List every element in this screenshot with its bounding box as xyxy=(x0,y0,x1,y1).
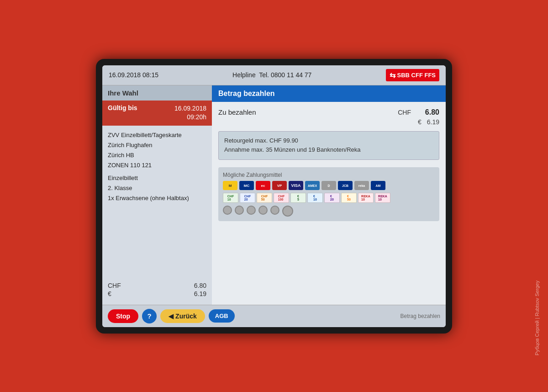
screen-outer: 16.09.2018 08:15 Helpline Tel. 0800 11 4… xyxy=(96,59,452,334)
note-chf50[interactable]: CHF50 xyxy=(257,193,272,203)
info-line2: Annahme max. 35 Münzen und 19 Banknoten/… xyxy=(224,145,433,155)
payment-eur-row: € 6.19 xyxy=(218,118,439,126)
payment-section: Zu bezahlen CHF 6.80 € 6.19 Retourgeld m… xyxy=(212,102,446,305)
note-reka20[interactable]: REKA10 xyxy=(375,193,390,203)
ec-icon: ec xyxy=(256,181,270,190)
card-icons-row: M MC ec VP VISA AMEX D JCB reka AM xyxy=(223,181,435,190)
payment-methods-label: Mögliche Zahlungsmittel xyxy=(223,172,435,178)
zones: ZONEN 110 121 xyxy=(108,160,206,170)
screen: 16.09.2018 08:15 Helpline Tel. 0800 11 4… xyxy=(102,65,446,327)
ticket-class: 2. Klasse xyxy=(108,183,206,193)
left-panel-bottom: CHF 6.80 € 6.19 xyxy=(102,277,212,305)
payment-chf-currency: CHF xyxy=(398,109,411,116)
extra-card-icon: AM xyxy=(371,181,385,190)
ticket-details: ZVV Einzelbillett/Tageskarte Zürich Flug… xyxy=(102,126,212,208)
back-button[interactable]: ◀ Zurück xyxy=(160,309,205,323)
amount-chf-value: 6.80 xyxy=(194,282,206,289)
amount-eur-value: 6.19 xyxy=(194,290,206,297)
amount-eur-label: € xyxy=(108,290,111,297)
maestro-icon: M xyxy=(223,181,237,190)
sbb-logo-area: ⇆ SBB CFF FFS xyxy=(386,69,440,81)
coin-6 xyxy=(282,206,293,217)
coin-5 xyxy=(270,206,279,215)
validity-label: Gültig bis xyxy=(108,104,137,111)
sbb-arrow-icon: ⇆ xyxy=(390,71,395,79)
note-eur20[interactable]: €20 xyxy=(324,193,340,203)
amex-icon: AMEX xyxy=(305,181,320,190)
to-station: Zürich HB xyxy=(108,150,206,160)
note-eur50[interactable]: €50 xyxy=(341,193,357,203)
right-panel: Betrag bezahlen Zu bezahlen CHF 6.80 € 6… xyxy=(212,85,446,305)
payment-main-row: Zu bezahlen CHF 6.80 xyxy=(218,108,439,117)
coin-3 xyxy=(247,206,256,215)
payment-chf-amount: 6.80 xyxy=(416,108,439,117)
amount-chf-label: CHF xyxy=(108,282,121,289)
coin-4 xyxy=(258,206,268,215)
mastercard-icon: MC xyxy=(239,181,254,190)
left-panel-header: Ihre Wahl xyxy=(102,85,212,101)
note-chf20[interactable]: CHF20 xyxy=(240,193,255,203)
machine-frame: 16.09.2018 08:15 Helpline Tel. 0800 11 4… xyxy=(0,0,548,392)
right-panel-header: Betrag bezahlen xyxy=(212,85,446,102)
payment-info-box: Retourgeld max. CHF 99.90 Annahme max. 3… xyxy=(218,131,439,160)
sbb-logo: ⇆ SBB CFF FFS xyxy=(386,69,440,81)
screen-footer: Stop ? ◀ Zurück AGB Betrag bezahlen xyxy=(102,305,446,327)
amount-eur-row: € 6.19 xyxy=(108,290,206,297)
note-eur5[interactable]: €5 xyxy=(290,193,306,203)
zu-bezahlen-label: Zu bezahlen xyxy=(218,108,256,116)
note-reka10[interactable]: REKA10 xyxy=(358,193,374,203)
vpay-icon: VP xyxy=(272,181,287,190)
visa-icon: VISA xyxy=(289,181,303,190)
help-button[interactable]: ? xyxy=(142,309,157,323)
ticket-type: ZVV Einzelbillett/Tageskarte xyxy=(108,130,206,140)
jcb-icon: JCB xyxy=(338,181,353,190)
from-station: Zürich Flughafen xyxy=(108,140,206,150)
note-eur10[interactable]: €10 xyxy=(307,193,323,203)
diners-icon: D xyxy=(321,181,336,190)
header-datetime: 16.09.2018 08:15 xyxy=(109,71,158,79)
validity-date: 16.09.2018 09:20h xyxy=(174,104,206,122)
left-panel: Ihre Wahl Gültig bis 16.09.2018 09:20h Z… xyxy=(102,85,212,305)
payment-eur-amount: 6.19 xyxy=(427,118,439,126)
reka-icon: reka xyxy=(354,181,369,190)
watermark: Рубцов Сергей | Rubtsov Sergey xyxy=(534,281,540,355)
amount-chf-row: CHF 6.80 xyxy=(108,282,206,289)
back-arrow-icon: ◀ xyxy=(169,313,174,320)
coin-2 xyxy=(235,206,244,215)
note-chf100[interactable]: CHF100 xyxy=(274,193,289,203)
ticket-class-type: Einzelbillett xyxy=(108,173,206,183)
agb-button[interactable]: AGB xyxy=(209,309,235,323)
cash-notes-row: CHF10 CHF20 CHF50 CHF100 €5 €10 €20 €50 … xyxy=(223,193,435,203)
header-helpline: Helpline Tel. 0800 11 44 77 xyxy=(232,71,311,79)
payment-eur-currency: € xyxy=(418,118,422,126)
passengers: 1x Erwachsene (ohne Halbtax) xyxy=(108,193,206,203)
stop-button[interactable]: Stop xyxy=(108,309,138,323)
back-label: Zurück xyxy=(175,313,197,320)
validity-box: Gültig bis 16.09.2018 09:20h xyxy=(102,101,212,126)
info-line1: Retourgeld max. CHF 99.90 xyxy=(224,136,433,146)
footer-status-label: Betrag bezahlen xyxy=(400,313,440,319)
screen-body: Ihre Wahl Gültig bis 16.09.2018 09:20h Z… xyxy=(102,85,446,305)
coin-1 xyxy=(223,206,232,215)
screen-header: 16.09.2018 08:15 Helpline Tel. 0800 11 4… xyxy=(102,65,446,85)
coin-row xyxy=(223,206,435,217)
payment-methods-section: Mögliche Zahlungsmittel M MC ec VP VISA … xyxy=(218,167,439,221)
note-chf10[interactable]: CHF10 xyxy=(223,193,238,203)
